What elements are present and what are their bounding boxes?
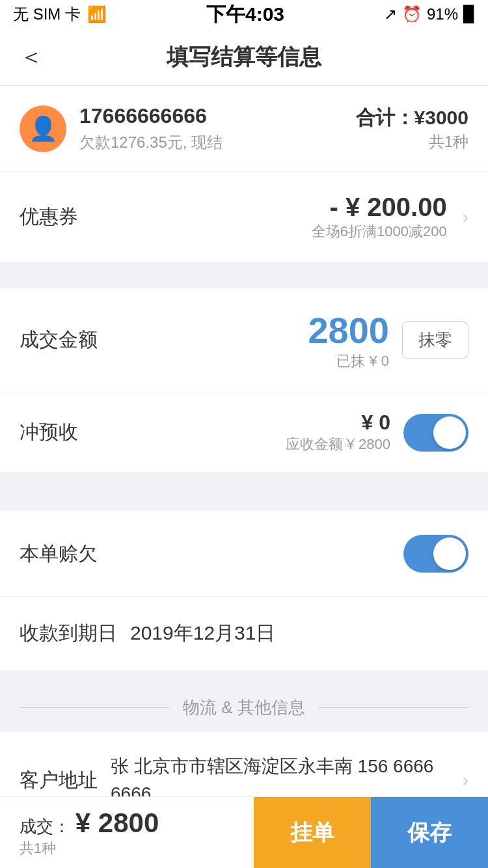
- prepay-right: ¥ 0 应收金额 ¥ 2800: [286, 411, 468, 454]
- discount-right: - ¥ 200.00 全场6折满1000减200 ›: [312, 193, 468, 241]
- customer-left: 👤 17666666666 欠款1276.35元, 现结: [20, 104, 223, 153]
- discount-desc: 全场6折满1000减200: [312, 222, 447, 241]
- customer-right: 合计：¥3000 共1种: [356, 105, 468, 152]
- bottom-deal-count: 共1种: [20, 839, 234, 858]
- prepay-amount: ¥ 0: [286, 411, 390, 435]
- total-count: 共1种: [356, 131, 468, 152]
- due-date-label: 收款到期日: [20, 620, 117, 647]
- bottom-deal-label: 成交：: [20, 817, 70, 836]
- divider-text: 物流 & 其他信息: [183, 696, 305, 719]
- divider-line-left: [20, 707, 170, 708]
- prepay-values: ¥ 0 应收金额 ¥ 2800: [286, 411, 390, 454]
- bad-debt-toggle[interactable]: [403, 535, 468, 573]
- save-button[interactable]: 保存: [371, 797, 488, 868]
- alarm-icon: ⏰: [402, 5, 422, 23]
- bottom-summary: 成交： ¥ 2800 共1种: [0, 797, 254, 868]
- no-sim-text: 无 SIM 卡: [13, 4, 81, 25]
- avatar: 👤: [20, 105, 66, 152]
- due-date-row: 收款到期日 2019年12月31日: [0, 596, 488, 670]
- address-chevron: ›: [463, 770, 468, 791]
- pending-button[interactable]: 挂单: [254, 797, 371, 868]
- toggle-knob: [433, 416, 466, 449]
- divider-line-right: [318, 707, 468, 708]
- total-amount: 合计：¥3000: [356, 105, 468, 131]
- due-date-value: 2019年12月31日: [130, 620, 275, 647]
- separator-1: [0, 275, 488, 288]
- bad-debt-toggle-knob: [433, 537, 466, 570]
- prepay-label: 冲预收: [20, 419, 78, 446]
- bad-debt-row: 本单赊欠: [0, 511, 488, 596]
- bottom-bar: 成交： ¥ 2800 共1种 挂单 保存: [0, 796, 488, 868]
- customer-row: 👤 17666666666 欠款1276.35元, 现结 合计：¥3000 共1…: [0, 86, 488, 171]
- status-left: 无 SIM 卡 📶: [13, 4, 107, 25]
- battery-icon: ▉: [463, 5, 475, 23]
- discount-label: 优惠券: [20, 204, 78, 230]
- round-zero-button[interactable]: 抹零: [402, 321, 468, 359]
- nav-bar: ＜ 填写结算等信息: [0, 29, 488, 86]
- battery-text: 91%: [427, 5, 458, 23]
- divider-section: 物流 & 其他信息: [0, 683, 488, 732]
- bad-debt-label: 本单赊欠: [20, 541, 98, 567]
- prepay-sub: 应收金额 ¥ 2800: [286, 435, 390, 454]
- discount-chevron: ›: [463, 207, 468, 228]
- status-bar: 无 SIM 卡 📶 下午4:03 ↗ ⏰ 91% ▉: [0, 0, 488, 29]
- prepay-row: 冲预收 ¥ 0 应收金额 ¥ 2800: [0, 392, 488, 472]
- discount-row[interactable]: 优惠券 - ¥ 200.00 全场6折满1000减200 ›: [0, 171, 488, 262]
- deal-sub: 已抹 ¥ 0: [308, 351, 389, 371]
- deal-label: 成交金额: [20, 327, 98, 353]
- prepay-toggle[interactable]: [403, 414, 468, 452]
- status-time: 下午4:03: [206, 1, 284, 28]
- wifi-icon: 📶: [87, 5, 107, 23]
- bottom-deal-line: 成交： ¥ 2800: [20, 807, 234, 839]
- customer-info: 17666666666 欠款1276.35元, 现结: [79, 104, 223, 153]
- deal-number: 2800: [308, 309, 389, 351]
- page-title: 填写结算等信息: [167, 42, 321, 72]
- customer-debt: 欠款1276.35元, 现结: [79, 132, 223, 153]
- avatar-icon: 👤: [29, 115, 58, 142]
- back-button[interactable]: ＜: [20, 41, 43, 73]
- customer-phone: 17666666666: [79, 104, 223, 128]
- discount-amount: - ¥ 200.00: [312, 193, 447, 222]
- address-label: 客户地址: [20, 767, 98, 794]
- deal-amount-row: 成交金额 2800 已抹 ¥ 0 抹零: [0, 288, 488, 392]
- deal-section: 成交金额 2800 已抹 ¥ 0 抹零 冲预收 ¥ 0 应收金额 ¥ 2800: [0, 288, 488, 472]
- customer-section: 👤 17666666666 欠款1276.35元, 现结 合计：¥3000 共1…: [0, 86, 488, 262]
- location-icon: ↗: [384, 5, 397, 23]
- bottom-deal-amount: ¥ 2800: [75, 807, 159, 838]
- separator-2: [0, 485, 488, 498]
- deal-right: 2800 已抹 ¥ 0 抹零: [308, 309, 468, 371]
- status-right: ↗ ⏰ 91% ▉: [384, 5, 475, 23]
